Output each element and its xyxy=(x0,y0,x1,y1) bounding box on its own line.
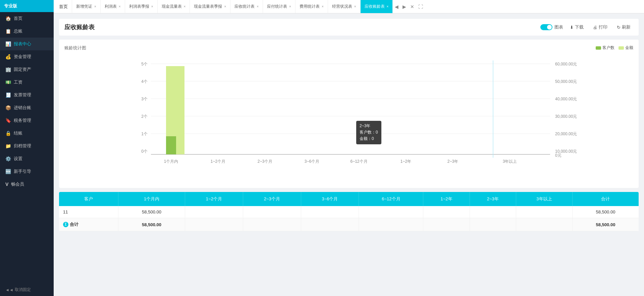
tab-profit-quarter[interactable]: 利润表季报 × xyxy=(125,0,158,13)
cell-3yplus xyxy=(516,206,572,218)
sidebar-item-tax[interactable]: 🔖 税务管理 xyxy=(0,114,54,127)
tab-cashflow-quarter[interactable]: 现金流量表季报 × xyxy=(190,0,230,13)
legend-customer-label: 客户数 xyxy=(602,45,614,51)
sidebar-item-invoice[interactable]: 🧾 发票管理 xyxy=(0,89,54,101)
sales-icon: 📦 xyxy=(5,105,11,110)
sidebar-label-home: 首页 xyxy=(14,15,22,21)
legend-amount: 金额 xyxy=(619,45,633,51)
svg-text:60,000.00元: 60,000.00元 xyxy=(555,62,577,66)
total-label-text: 合计 xyxy=(70,221,78,228)
sidebar-item-vip[interactable]: V 畅会员 xyxy=(0,178,54,191)
chart-title: 账龄统计图 xyxy=(64,45,633,51)
svg-text:1~2个月: 1~2个月 xyxy=(211,159,225,164)
sidebar-label-archive: 归档管理 xyxy=(14,143,31,149)
sidebar-item-guide[interactable]: 🆕 新手引导 xyxy=(0,165,54,178)
cell-12y xyxy=(423,206,470,218)
print-button[interactable]: 🖨 打印 xyxy=(590,23,610,32)
tab-operation-stat[interactable]: 经营状况表 × xyxy=(328,0,361,13)
refresh-button[interactable]: ↻ 刷新 xyxy=(614,23,633,32)
svg-text:1个月内: 1个月内 xyxy=(164,159,178,164)
tab-payable-stat[interactable]: 应付统计表 × xyxy=(263,0,296,13)
fixed-assets-icon: 🏢 xyxy=(5,67,11,72)
svg-text:2个: 2个 xyxy=(141,114,148,119)
tab-profit-quarter-close[interactable]: × xyxy=(151,5,153,8)
cell-23m xyxy=(243,206,301,218)
sidebar-item-payroll[interactable]: 💵 工资 xyxy=(0,76,54,89)
chart-toggle-container: 图表 xyxy=(540,24,563,30)
svg-text:2~3个月: 2~3个月 xyxy=(258,159,272,164)
chart-toggle[interactable] xyxy=(540,24,552,30)
sidebar-label-close: 结账 xyxy=(14,130,22,136)
page-header: 应收账龄表 图表 ⬇ 下载 🖨 打印 ↻ 刷新 xyxy=(59,19,639,36)
svg-text:0元: 0元 xyxy=(555,153,561,158)
sidebar-label-invoice: 发票管理 xyxy=(14,92,31,98)
tab-aging-label: 应收账龄表 xyxy=(365,4,385,9)
tab-home[interactable]: 首页 xyxy=(55,0,72,13)
tab-expand-button[interactable]: ⛶ xyxy=(416,4,425,9)
settings-icon: ⚙️ xyxy=(5,156,11,161)
col-23y: 2~3年 xyxy=(470,192,516,206)
table-total-row: Σ 合计 58,500.00 58,500.00 xyxy=(59,218,639,231)
total-label-cell: Σ 合计 xyxy=(59,218,118,231)
svg-text:20,000.00元: 20,000.00元 xyxy=(555,132,577,136)
download-icon: ⬇ xyxy=(570,25,574,30)
sidebar-item-ledger[interactable]: 📋 总账 xyxy=(0,25,54,38)
total-23y xyxy=(470,218,516,231)
tab-close-all-button[interactable]: ✕ xyxy=(408,4,416,9)
sidebar-item-close[interactable]: 🔒 结账 xyxy=(0,127,54,140)
app-logo: 专业版 xyxy=(0,0,54,12)
print-icon: 🖨 xyxy=(593,25,597,30)
svg-text:0个: 0个 xyxy=(141,149,148,154)
sidebar-item-funds[interactable]: 💰 资金管理 xyxy=(0,50,54,63)
tab-aging-close[interactable]: × xyxy=(387,5,389,8)
table-row: 11 58,500.00 58,500.00 xyxy=(59,206,639,218)
download-label: 下载 xyxy=(575,24,584,30)
tab-next-button[interactable]: ▶ xyxy=(400,4,408,9)
tab-receivable-stat-close[interactable]: × xyxy=(257,5,259,8)
svg-text:5个: 5个 xyxy=(141,62,148,66)
sidebar-item-home[interactable]: 🏠 首页 xyxy=(0,12,54,25)
print-label: 打印 xyxy=(599,24,607,30)
svg-text:3个: 3个 xyxy=(141,97,148,101)
tab-aging[interactable]: 应收账龄表 × xyxy=(361,0,393,13)
col-23m: 2~3个月 xyxy=(243,192,301,206)
cell-customer: 11 xyxy=(59,206,118,218)
tab-cashflow-close[interactable]: × xyxy=(184,5,186,8)
tab-receivable-stat[interactable]: 应收统计表 × xyxy=(230,0,263,13)
tab-operation-stat-close[interactable]: × xyxy=(354,5,356,8)
tab-profit[interactable]: 利润表 × xyxy=(101,0,125,13)
sidebar-item-settings[interactable]: ⚙️ 设置 xyxy=(0,152,54,165)
refresh-icon: ↻ xyxy=(617,25,621,30)
total-1m: 58,500.00 xyxy=(118,218,185,231)
cell-36m xyxy=(301,206,359,218)
cell-1m: 58,500.00 xyxy=(118,206,185,218)
sidebar-item-reports[interactable]: 📊 报表中心 xyxy=(0,38,54,50)
svg-text:4个: 4个 xyxy=(141,79,148,84)
guide-icon: 🆕 xyxy=(5,169,11,174)
sidebar-label-tax: 税务管理 xyxy=(14,117,31,124)
cell-total: 58,500.00 xyxy=(572,206,639,218)
unpin-button[interactable]: ◄◄ 取消固定 xyxy=(0,284,54,296)
payroll-icon: 💵 xyxy=(5,80,11,85)
tab-payable-stat-close[interactable]: × xyxy=(289,5,291,8)
svg-text:6~12个月: 6~12个月 xyxy=(350,159,367,164)
tab-voucher[interactable]: 新增凭证 × xyxy=(72,0,101,13)
sidebar-item-sales[interactable]: 📦 进销台账 xyxy=(0,101,54,114)
tab-voucher-close[interactable]: × xyxy=(94,5,96,8)
svg-text:2~3年: 2~3年 xyxy=(447,159,458,164)
sidebar-item-fixed-assets[interactable]: 🏢 固定资产 xyxy=(0,63,54,76)
sidebar: 专业版 🏠 首页 📋 总账 📊 报表中心 💰 资金管理 🏢 固定资产 💵 工资 … xyxy=(0,0,54,296)
tab-home-label: 首页 xyxy=(59,4,68,10)
tab-profit-close[interactable]: × xyxy=(119,5,121,8)
tab-cashflow[interactable]: 现金流量表 × xyxy=(158,0,190,13)
sidebar-label-sales: 进销台账 xyxy=(14,105,31,111)
tab-cashflow-quarter-close[interactable]: × xyxy=(224,5,226,8)
tab-voucher-label: 新增凭证 xyxy=(76,4,92,9)
tab-expense-stat[interactable]: 费用统计表 × xyxy=(296,0,328,13)
tab-expense-stat-close[interactable]: × xyxy=(322,5,324,8)
funds-icon: 💰 xyxy=(5,54,11,59)
tab-prev-button[interactable]: ◀ xyxy=(393,4,400,9)
download-button[interactable]: ⬇ 下载 xyxy=(567,23,586,32)
legend-customer-color xyxy=(596,46,601,50)
sidebar-item-archive[interactable]: 📁 归档管理 xyxy=(0,140,54,152)
